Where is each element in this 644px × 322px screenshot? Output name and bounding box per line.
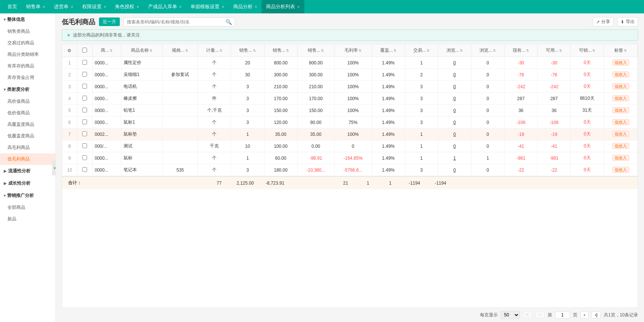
row-views1[interactable]: 0 [438, 57, 471, 69]
col-sales-qty[interactable]: 销售...⇅ [231, 44, 264, 57]
row-checkbox[interactable] [77, 164, 92, 176]
row-checkbox[interactable] [77, 117, 92, 128]
row-sales-profit: 300.00 [297, 69, 334, 81]
col-unit[interactable]: 计量...⇅ [198, 44, 231, 57]
sidebar-item-low-coverage[interactable]: 低覆盖度商品 [0, 130, 55, 142]
first-page-button[interactable]: K [523, 311, 532, 319]
sidebar-item-sales-goods[interactable]: 销售类商品 [0, 26, 55, 37]
sidebar-item-low-value[interactable]: 低价值商品 [0, 107, 55, 119]
row-checkbox[interactable] [77, 93, 92, 105]
col-code[interactable]: 商...⇅ [92, 44, 121, 57]
sidebar-item-stock-capital[interactable]: 库存资金占用 [0, 72, 55, 83]
row-available: 36 [538, 105, 571, 117]
next-page-button[interactable]: › [580, 311, 589, 319]
nav-analysis[interactable]: 商品分析 × [229, 0, 262, 13]
col-tag[interactable]: 标签⇅ [604, 44, 638, 57]
row-checkbox[interactable] [77, 69, 92, 81]
row-views1[interactable]: 0 [438, 128, 471, 140]
nav-permissions[interactable]: 权限设置 × [78, 0, 110, 13]
nav-templates-close[interactable]: × [222, 4, 224, 9]
page-input[interactable] [555, 311, 570, 319]
export-button[interactable]: ⬇ 导出 [617, 17, 638, 26]
col-sellable[interactable]: 可销...⇅ [571, 44, 604, 57]
nav-products-close[interactable]: × [179, 4, 182, 9]
row-checkbox[interactable] [77, 57, 92, 69]
share-button[interactable]: ↗ 分享 [593, 17, 613, 26]
date-filter-button[interactable]: 近一月 [99, 17, 120, 26]
nav-templates[interactable]: 单据模板设置 × [186, 0, 228, 13]
sidebar-item-high-margin[interactable]: 高毛利商品 [0, 142, 55, 153]
sidebar-group-growth[interactable]: ▶ 成长性分析 [0, 177, 55, 189]
per-page-select[interactable]: 50 100 200 [501, 311, 520, 319]
row-views1[interactable]: 0 [438, 93, 471, 105]
sidebar-item-new-goods[interactable]: 新品 [0, 213, 55, 225]
row-code: 0000... [92, 69, 121, 81]
nav-roles-close[interactable]: × [137, 4, 139, 9]
sidebar-item-high-coverage[interactable]: 高覆盖度商品 [0, 119, 55, 130]
row-views1[interactable]: 0 [438, 105, 471, 117]
col-trade-count[interactable]: 交易...⇅ [405, 44, 438, 57]
col-coverage[interactable]: 覆盖...⇅ [372, 44, 405, 57]
nav-sales[interactable]: 销售单 × [22, 0, 49, 13]
row-views1[interactable]: 0 [438, 81, 471, 93]
sidebar-group-liquidity[interactable]: ▶ 流通性分析 [0, 165, 55, 177]
row-unit: 个 [198, 117, 231, 128]
row-gross-margin: 100% [334, 93, 372, 105]
tag-badge: 低收入 [612, 83, 629, 89]
row-checkbox[interactable] [77, 81, 92, 93]
select-all-checkbox[interactable] [82, 48, 87, 52]
row-sales-profit: 150.00 [297, 105, 334, 117]
col-current-stock[interactable]: 现有...⇅ [504, 44, 538, 57]
row-views2: 1 [471, 152, 504, 164]
col-views2[interactable]: 浏览...⇅ [471, 44, 504, 57]
sidebar-group-category[interactable]: ▾ 类射度分析 [0, 83, 55, 96]
sidebar-group-overall[interactable]: ▾ 整体信息 [0, 13, 55, 26]
col-sales-amount[interactable]: 销售...⇅ [264, 44, 297, 57]
nav-home[interactable]: 首页 [3, 0, 22, 13]
row-checkbox[interactable] [77, 105, 92, 117]
sidebar-item-traded-goods[interactable]: 交易过的商品 [0, 37, 55, 49]
nav-permissions-close[interactable]: × [104, 4, 106, 9]
col-views1[interactable]: 浏览...⇅ [438, 44, 471, 57]
col-gross-margin[interactable]: 毛利率⇅ [334, 44, 372, 57]
row-views1[interactable]: 0 [438, 140, 471, 152]
sidebar-item-high-value[interactable]: 高价值商品 [0, 96, 55, 107]
sidebar-group-marketing[interactable]: ▾ 营销推广分析 [0, 189, 55, 202]
row-checkbox[interactable] [77, 128, 92, 140]
row-unit: 个 [198, 128, 231, 140]
nav-purchase[interactable]: 进货单 × [49, 0, 77, 13]
row-available: -106 [538, 117, 571, 128]
row-views1[interactable]: 0 [438, 117, 471, 128]
col-spec[interactable]: 规格...⇅ [163, 44, 198, 57]
row-views1[interactable]: 0 [438, 69, 471, 81]
search-input[interactable] [127, 19, 225, 25]
nav-purchase-close[interactable]: × [71, 4, 73, 9]
sidebar-item-stocked-goods[interactable]: 有库存的商品 [0, 60, 55, 72]
col-sales-profit[interactable]: 销售...⇅ [297, 44, 334, 57]
row-views2: 0 [471, 140, 504, 152]
row-checkbox[interactable] [77, 152, 92, 164]
row-sales-amount: 210.00 [264, 81, 297, 93]
row-views1[interactable]: 1 [438, 152, 471, 164]
nav-products[interactable]: 产成品入库单 × [144, 0, 186, 13]
col-available[interactable]: 可用...⇅ [538, 44, 571, 57]
nav-analysis-list[interactable]: 商品分析列表 × [262, 0, 304, 13]
col-checkbox[interactable] [77, 44, 92, 57]
search-icon[interactable]: 🔍 [225, 19, 232, 25]
prev-page-button[interactable]: < [535, 311, 545, 319]
last-page-button[interactable]: ›| [592, 311, 601, 319]
col-settings[interactable]: ⚙ [62, 44, 77, 57]
row-checkbox[interactable] [77, 140, 92, 152]
nav-sales-close[interactable]: × [43, 4, 45, 9]
sidebar-item-all-goods[interactable]: 全部商品 [0, 202, 55, 213]
row-views1[interactable]: 0 [438, 164, 471, 176]
row-tag: 低收入 [604, 164, 638, 176]
top-navigation: 首页 销售单 × 进货单 × 权限设置 × 角色授权 × 产成品入库单 × 单据… [0, 0, 644, 13]
nav-analysis-close[interactable]: × [255, 4, 257, 9]
nav-roles[interactable]: 角色授权 × [110, 0, 143, 13]
sidebar-item-low-margin[interactable]: 低毛利商品 [0, 153, 55, 165]
nav-analysis-list-close[interactable]: × [297, 4, 299, 9]
col-name[interactable]: 商品名称⇅ [121, 44, 163, 57]
sidebar-collapse-button[interactable]: « [52, 160, 56, 175]
sidebar-item-category-rate[interactable]: 商品分类助销率 [0, 49, 55, 60]
